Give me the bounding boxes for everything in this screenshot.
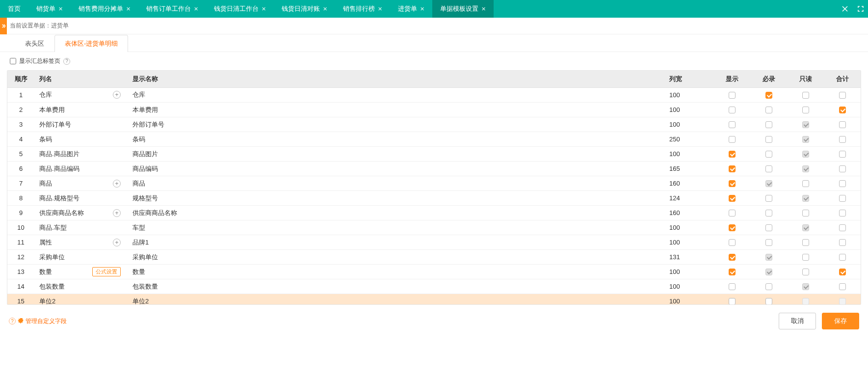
table-body-scroll[interactable]: 1仓库+仓库1002本单费用本单费用1003外部订单号外部订单号1004条码条码… <box>7 88 861 305</box>
help-icon[interactable]: ? <box>63 58 70 65</box>
checkbox[interactable] <box>839 136 846 143</box>
checkbox[interactable] <box>765 136 772 143</box>
plus-icon[interactable]: + <box>113 180 121 188</box>
checkbox[interactable] <box>729 210 736 217</box>
checkbox[interactable] <box>839 239 846 246</box>
cell-display-name[interactable]: 采购单位 <box>128 250 664 265</box>
checkbox[interactable] <box>802 239 809 246</box>
cell-display-name[interactable]: 商品图片 <box>128 147 664 162</box>
close-icon[interactable]: ✕ <box>194 6 198 12</box>
plus-icon[interactable]: + <box>113 91 121 99</box>
cell-width[interactable]: 100 <box>664 103 713 117</box>
top-tab[interactable]: 销货单✕ <box>28 0 71 18</box>
close-all-icon[interactable] <box>841 4 849 13</box>
checkbox[interactable] <box>729 239 736 246</box>
checkbox[interactable] <box>839 107 846 113</box>
cell-display-name[interactable]: 商品编码 <box>128 162 664 176</box>
checkbox[interactable] <box>802 269 809 275</box>
cell-width[interactable]: 100 <box>664 265 713 279</box>
cell-display-name[interactable]: 仓库 <box>128 88 664 103</box>
cell-width[interactable]: 124 <box>664 191 713 206</box>
checkbox[interactable] <box>802 210 809 217</box>
top-tab[interactable]: 钱货日清对账✕ <box>274 0 335 18</box>
cell-width[interactable]: 165 <box>664 162 713 176</box>
close-icon[interactable]: ✕ <box>58 6 63 12</box>
checkbox[interactable] <box>839 92 846 99</box>
checkbox[interactable] <box>729 180 736 187</box>
checkbox[interactable] <box>729 136 736 143</box>
close-icon[interactable]: ✕ <box>323 6 327 12</box>
checkbox[interactable] <box>839 151 846 158</box>
top-tab[interactable]: 进货单✕ <box>390 0 432 18</box>
checkbox[interactable] <box>839 195 846 202</box>
fullscreen-icon[interactable] <box>856 4 865 13</box>
top-tab[interactable]: 销售订单工作台✕ <box>138 0 206 18</box>
cell-width[interactable]: 100 <box>664 279 713 294</box>
cell-display-name[interactable]: 车型 <box>128 220 664 235</box>
close-icon[interactable]: ✕ <box>481 6 486 12</box>
checkbox[interactable] <box>839 269 846 275</box>
checkbox[interactable] <box>729 165 736 172</box>
checkbox[interactable] <box>839 254 846 261</box>
checkbox[interactable] <box>729 92 736 99</box>
cell-display-name[interactable]: 条码 <box>128 132 664 147</box>
checkbox[interactable] <box>765 283 772 290</box>
checkbox[interactable] <box>729 224 736 231</box>
save-button[interactable]: 保存 <box>822 313 859 329</box>
cell-display-name[interactable]: 数量 <box>128 265 664 279</box>
checkbox[interactable] <box>839 121 846 128</box>
cell-width[interactable]: 160 <box>664 206 713 220</box>
checkbox[interactable] <box>765 210 772 217</box>
checkbox[interactable] <box>765 298 772 304</box>
checkbox[interactable] <box>765 121 772 128</box>
checkbox[interactable] <box>765 107 772 113</box>
cell-display-name[interactable]: 包装数量 <box>128 279 664 294</box>
checkbox[interactable] <box>765 224 772 231</box>
cell-width[interactable]: 160 <box>664 176 713 191</box>
checkbox[interactable] <box>729 298 736 304</box>
cancel-button[interactable]: 取消 <box>779 313 816 329</box>
cell-width[interactable]: 100 <box>664 147 713 162</box>
checkbox[interactable] <box>839 180 846 187</box>
checkbox[interactable] <box>729 121 736 128</box>
cell-width[interactable]: 100 <box>664 294 713 305</box>
checkbox[interactable] <box>839 224 846 231</box>
cell-width[interactable]: 250 <box>664 132 713 147</box>
close-icon[interactable]: ✕ <box>378 6 382 12</box>
cell-display-name[interactable]: 本单费用 <box>128 103 664 117</box>
cell-width[interactable]: 131 <box>664 250 713 265</box>
cell-display-name[interactable]: 单位2 <box>128 294 664 305</box>
checkbox[interactable] <box>765 92 772 99</box>
collapse-handle-icon[interactable] <box>0 18 7 34</box>
checkbox[interactable] <box>765 165 772 172</box>
close-icon[interactable]: ✕ <box>420 6 424 12</box>
checkbox[interactable] <box>802 92 809 99</box>
checkbox[interactable] <box>802 180 809 187</box>
checkbox[interactable] <box>729 269 736 275</box>
plus-icon[interactable]: + <box>113 209 121 217</box>
checkbox[interactable] <box>839 283 846 290</box>
top-tab[interactable]: 单据模板设置✕ <box>432 0 494 18</box>
checkbox[interactable] <box>729 254 736 261</box>
checkbox[interactable] <box>839 210 846 217</box>
cell-width[interactable]: 100 <box>664 220 713 235</box>
checkbox[interactable] <box>729 283 736 290</box>
checkbox[interactable] <box>765 195 772 202</box>
cell-display-name[interactable]: 供应商商品名称 <box>128 206 664 220</box>
cell-display-name[interactable]: 品牌1 <box>128 235 664 250</box>
cell-width[interactable]: 100 <box>664 117 713 132</box>
close-icon[interactable]: ✕ <box>262 6 266 12</box>
sub-tab[interactable]: 表体区-进货单明细 <box>54 35 128 52</box>
checkbox[interactable] <box>729 195 736 202</box>
cell-width[interactable]: 100 <box>664 235 713 250</box>
cell-display-name[interactable]: 商品 <box>128 176 664 191</box>
checkbox[interactable] <box>729 107 736 113</box>
plus-icon[interactable]: + <box>113 239 121 246</box>
cell-width[interactable]: 100 <box>664 88 713 103</box>
formula-setting-button[interactable]: 公式设置 <box>92 267 121 276</box>
help-icon[interactable]: ? <box>9 318 16 325</box>
checkbox[interactable] <box>802 254 809 261</box>
checkbox[interactable] <box>765 239 772 246</box>
show-summary-checkbox[interactable] <box>10 58 16 64</box>
cell-display-name[interactable]: 规格型号 <box>128 191 664 206</box>
